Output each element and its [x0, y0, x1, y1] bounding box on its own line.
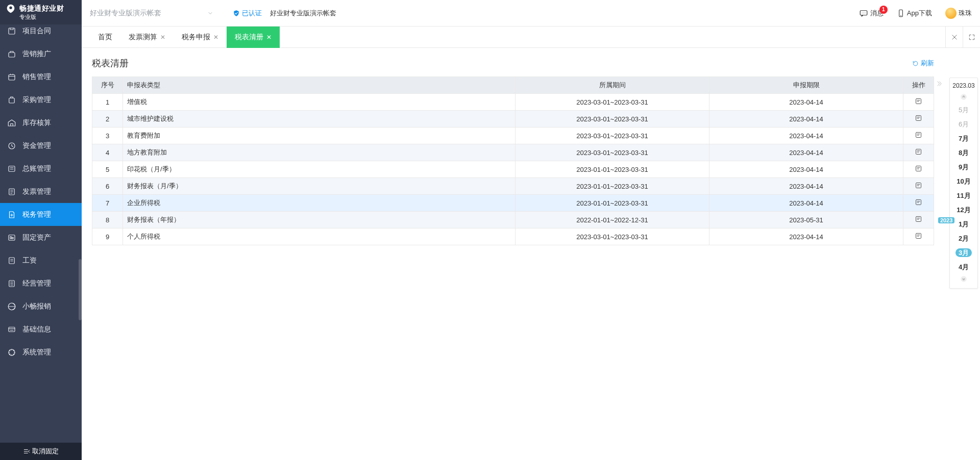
- sidebar-item-14[interactable]: 系统管理: [0, 341, 82, 364]
- cell-type: 教育费附加: [123, 127, 516, 144]
- app-download-button[interactable]: App下载: [897, 9, 932, 18]
- tabs-close-button[interactable]: [945, 27, 963, 48]
- cell-op[interactable]: [903, 178, 934, 195]
- date-scroll-down[interactable]: [960, 275, 967, 284]
- sidebar-item-9[interactable]: 固定资产: [0, 226, 82, 249]
- cell-op[interactable]: [903, 111, 934, 127]
- date-month[interactable]: 4月: [955, 260, 972, 274]
- date-scroll-up[interactable]: [960, 93, 967, 102]
- menu-icon: [7, 187, 16, 196]
- sidebar-item-label: 小畅报销: [22, 302, 51, 311]
- svg-rect-5: [9, 166, 15, 171]
- cell-op[interactable]: [903, 127, 934, 144]
- tab-2[interactable]: 税务申报✕: [174, 27, 227, 48]
- date-month[interactable]: 10月: [955, 174, 972, 189]
- cell-op[interactable]: [903, 161, 934, 178]
- tab-close-icon[interactable]: ✕: [160, 34, 165, 41]
- table-row[interactable]: 6财务报表（月/季）2023-01-01~2023-03-312023-04-1…: [92, 178, 934, 195]
- table-row[interactable]: 9个人所得税2023-03-01~2023-03-312023-04-14: [92, 228, 934, 245]
- col-header: 申报表类型: [123, 77, 516, 94]
- cell-op[interactable]: [903, 94, 934, 111]
- sidebar-item-5[interactable]: 资金管理: [0, 134, 82, 157]
- sidebar-item-8[interactable]: 税务管理: [0, 203, 82, 226]
- cell-period: 2023-03-01~2023-03-31: [516, 127, 709, 144]
- table-row[interactable]: 7企业所得税2023-01-01~2023-03-312023-04-14: [92, 195, 934, 212]
- svg-rect-22: [916, 217, 921, 222]
- table-row[interactable]: 3教育费附加2023-03-01~2023-03-312023-04-14: [92, 127, 934, 144]
- svg-rect-1: [9, 53, 15, 57]
- cell-type: 增值税: [123, 94, 516, 111]
- tab-3[interactable]: 税表清册✕: [227, 27, 280, 48]
- tabs-fullscreen-button[interactable]: [963, 27, 980, 48]
- date-current[interactable]: 2023.03: [950, 80, 977, 92]
- menu-icon: [7, 210, 16, 219]
- cell-idx: 9: [92, 228, 123, 245]
- cell-due: 2023-04-14: [709, 161, 903, 178]
- date-month[interactable]: 8月: [955, 146, 972, 160]
- content: 税表清册 刷新 序号申报表类型所属期间申报期限操作 1增值税2023-03-01…: [82, 48, 980, 460]
- user-name: 珠珠: [959, 9, 972, 18]
- date-month[interactable]: 11月: [955, 189, 972, 203]
- date-month[interactable]: 7月: [955, 132, 972, 146]
- sidebar-item-12[interactable]: 小畅报销: [0, 295, 82, 318]
- sidebar-item-2[interactable]: 销售管理: [0, 65, 82, 88]
- table-row[interactable]: 2城市维护建设税2023-03-01~2023-03-312023-04-14: [92, 111, 934, 127]
- sidebar-item-label: 发票管理: [22, 187, 51, 196]
- sidebar-item-label: 项目合同: [22, 27, 51, 36]
- svg-rect-8: [9, 258, 15, 264]
- sidebar-item-label: 税务管理: [22, 210, 51, 219]
- sidebar-item-6[interactable]: 总账管理: [0, 157, 82, 180]
- sidebar-unpin[interactable]: 取消固定: [0, 443, 82, 460]
- sidebar-item-11[interactable]: 经营管理: [0, 272, 82, 295]
- cell-due: 2023-04-14: [709, 111, 903, 127]
- date-month[interactable]: 5月: [955, 103, 972, 117]
- cell-op[interactable]: [903, 195, 934, 212]
- date-rail-toggle[interactable]: [934, 79, 944, 89]
- date-month[interactable]: 20231月: [955, 217, 972, 232]
- tab-0[interactable]: 首页: [90, 27, 120, 48]
- detail-icon: [915, 198, 922, 206]
- account-selector[interactable]: 好业财专业版演示帐套: [90, 9, 213, 18]
- sidebar-item-13[interactable]: 基础信息: [0, 318, 82, 341]
- cell-period: 2022-01-01~2022-12-31: [516, 212, 709, 228]
- cell-period: 2023-01-01~2023-03-31: [516, 161, 709, 178]
- cell-op[interactable]: [903, 228, 934, 245]
- sidebar-item-7[interactable]: 发票管理: [0, 180, 82, 203]
- sidebar-item-3[interactable]: 采购管理: [0, 88, 82, 111]
- detail-icon: [915, 232, 922, 240]
- table-row[interactable]: 5印花税（月/季）2023-01-01~2023-03-312023-04-14: [92, 161, 934, 178]
- sidebar-item-1[interactable]: 营销推广: [0, 42, 82, 65]
- detail-icon: [915, 165, 922, 172]
- date-month[interactable]: 6月: [955, 117, 972, 132]
- tab-close-icon[interactable]: ✕: [213, 34, 218, 41]
- sidebar-item-10[interactable]: 工资: [0, 249, 82, 272]
- messages-button[interactable]: 消息 1: [859, 9, 884, 18]
- cell-idx: 8: [92, 212, 123, 228]
- sidebar-item-label: 基础信息: [22, 325, 51, 334]
- refresh-button[interactable]: 刷新: [912, 59, 934, 68]
- tab-close-icon[interactable]: ✕: [266, 34, 272, 41]
- cell-type: 城市维护建设税: [123, 111, 516, 127]
- table-row[interactable]: 1增值税2023-03-01~2023-03-312023-04-14: [92, 94, 934, 111]
- sidebar-item-label: 经营管理: [22, 279, 51, 288]
- menu-icon: [7, 325, 16, 334]
- date-month[interactable]: 9月: [955, 160, 972, 174]
- table-row[interactable]: 4地方教育附加2023-03-01~2023-03-312023-04-14: [92, 144, 934, 161]
- date-month[interactable]: 3月: [955, 246, 972, 260]
- user-menu[interactable]: 珠珠: [945, 8, 972, 19]
- fullscreen-icon: [968, 34, 975, 41]
- tab-1[interactable]: 发票测算✕: [120, 27, 174, 48]
- date-rail: 2023.03 5月6月7月8月9月10月11月12月20231月2月3月4月: [949, 78, 978, 289]
- sidebar-item-4[interactable]: 库存核算: [0, 111, 82, 134]
- menu-icon: [7, 72, 16, 82]
- sidebar-item-0[interactable]: 项目合同: [0, 24, 82, 42]
- date-month[interactable]: 12月: [955, 203, 972, 217]
- date-month[interactable]: 2月: [955, 232, 972, 246]
- cell-op[interactable]: [903, 144, 934, 161]
- table-row[interactable]: 8财务报表（年报）2022-01-01~2022-12-312023-05-31: [92, 212, 934, 228]
- menu-icon: [7, 279, 16, 288]
- messages-badge: 1: [879, 6, 888, 14]
- cell-period: 2023-01-01~2023-03-31: [516, 195, 709, 212]
- cell-op[interactable]: [903, 212, 934, 228]
- refresh-icon: [912, 60, 919, 67]
